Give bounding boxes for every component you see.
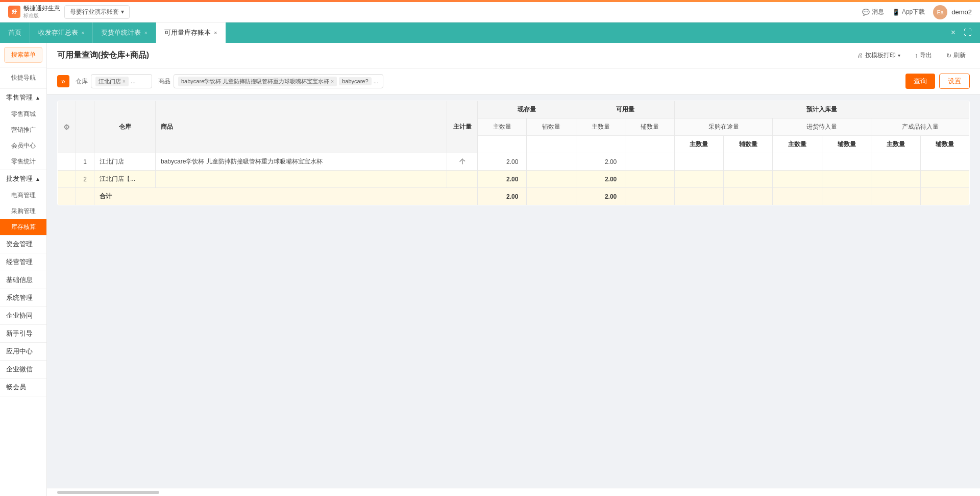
th-avail-aux: 辅数量 — [625, 119, 674, 136]
td-warehouse-1: 江北门店 — [94, 153, 156, 171]
td-footer-pt-main — [674, 188, 723, 205]
refresh-button[interactable]: ↻ 刷新 — [942, 49, 970, 62]
sidebar-wholesale-chevron: ▲ — [35, 176, 40, 182]
sidebar-section-enterprise: 企业协同 — [0, 307, 46, 325]
tab-collect-summary-close[interactable]: × — [81, 30, 84, 36]
bottom-scrollbar-area — [47, 488, 980, 496]
sidebar-item-ecommerce[interactable]: 电商管理 — [0, 187, 46, 203]
logo-area: 好 畅捷通好生意 标准版 — [8, 5, 60, 19]
th-available: 可用量 — [576, 101, 674, 119]
sidebar-item-inventory[interactable]: 库存核算 — [0, 219, 46, 235]
sidebar-item-purchase[interactable]: 采购管理 — [0, 203, 46, 219]
tab-order-stats[interactable]: 要货单统计表 × — [93, 22, 156, 43]
td-inc-aux-1 — [822, 153, 871, 171]
warehouse-more[interactable]: ... — [131, 78, 136, 85]
top-bar-left: 好 畅捷通好生意 标准版 母婴行业演示账套 ▾ — [8, 5, 130, 19]
top-bar: 好 畅捷通好生意 标准版 母婴行业演示账套 ▾ 💬 消息 📱 App下载 Ea … — [0, 2, 980, 22]
td-footer-label: 合计 — [94, 188, 478, 205]
tab-bar: 首页 收发存汇总表 × 要货单统计表 × 可用量库存账本 × × ⛶ — [0, 22, 980, 43]
sidebar-finance-header[interactable]: 资金管理 — [0, 235, 46, 253]
sidebar-item-retail-stats[interactable]: 零售统计 — [0, 154, 46, 170]
sidebar-operations-header[interactable]: 经营管理 — [0, 253, 46, 271]
sidebar-newbie-header[interactable]: 新手引导 — [0, 325, 46, 342]
user-area[interactable]: Ea demo2 — [933, 5, 972, 19]
app-download-action[interactable]: 📱 App下载 — [892, 8, 925, 16]
sidebar-item-quick-nav[interactable]: 快捷导航 — [0, 69, 46, 86]
td-pt-aux-2 — [724, 171, 773, 188]
filter-bar: » 仓库 江北门店 × ... 商品 babycare学饮杯 儿童防摔防撞吸管杯… — [47, 68, 980, 95]
tab-home[interactable]: 首页 — [0, 22, 30, 43]
filter-actions: 查询 设置 — [905, 74, 970, 89]
sidebar-item-member-center[interactable]: 会员中心 — [0, 138, 46, 154]
td-unit-2 — [447, 171, 478, 188]
tab-available-stock[interactable]: 可用量库存账本 × — [156, 22, 226, 43]
sidebar-vip-header[interactable]: 畅会员 — [0, 379, 46, 396]
td-footer-empty-2 — [76, 188, 94, 205]
warehouse-tag-text: 江北门店 — [99, 78, 121, 85]
tab-close-all[interactable]: × — [949, 26, 958, 39]
query-button[interactable]: 查询 — [905, 74, 935, 89]
th-finished: 产成品待入量 — [871, 119, 970, 136]
th-pt-main — [478, 136, 527, 153]
sidebar-system-label: 系统管理 — [6, 293, 33, 302]
td-goods-2 — [156, 171, 447, 188]
tab-order-stats-close[interactable]: × — [144, 30, 147, 36]
gear-icon[interactable]: ⚙ — [63, 123, 70, 131]
app-download-label: App下载 — [902, 8, 925, 16]
sidebar-search-button[interactable]: 搜索菜单 — [4, 47, 42, 63]
message-icon: 💬 — [862, 9, 870, 16]
sidebar-wechat-header[interactable]: 企业微信 — [0, 361, 46, 378]
td-footer-inc-aux — [822, 188, 871, 205]
sidebar-system-header[interactable]: 系统管理 — [0, 289, 46, 306]
td-unit-1: 个 — [447, 153, 478, 171]
page-title: 可用量查询(按仓库+商品) — [57, 50, 149, 61]
message-action[interactable]: 💬 消息 — [862, 8, 884, 16]
th-purchase-transit: 采购在途量 — [674, 119, 773, 136]
tab-collect-summary[interactable]: 收发存汇总表 × — [30, 22, 93, 43]
print-button[interactable]: 🖨 按模板打印 ▾ — [853, 49, 904, 62]
th-avail-main: 主数量 — [576, 119, 625, 136]
sidebar-section-vip: 畅会员 — [0, 379, 46, 396]
sidebar-app-center-header[interactable]: 应用中心 — [0, 343, 46, 360]
sidebar-item-retail-mall[interactable]: 零售商城 — [0, 106, 46, 122]
th-stock-main: 主数量 — [478, 119, 527, 136]
goods-tag-1-close[interactable]: × — [331, 79, 334, 84]
goods-more[interactable]: ... — [374, 78, 379, 85]
sidebar-section-operations: 经营管理 — [0, 253, 46, 271]
goods-input[interactable]: babycare学饮杯 儿童防摔防撞吸管杯重力球吸嘴杯宝宝水杯 × babyca… — [174, 74, 383, 88]
td-avail-main-2: 2.00 — [576, 171, 625, 188]
sidebar-section-retail: 零售管理 ▲ 零售商城 营销推广 会员中心 零售统计 — [0, 89, 46, 170]
th-stock-aux: 辅数量 — [527, 119, 576, 136]
td-pt-aux-1 — [724, 153, 773, 171]
sidebar-wholesale-header[interactable]: 批发管理 ▲ — [0, 170, 46, 187]
industry-select[interactable]: 母婴行业演示账套 ▾ — [64, 5, 130, 19]
sidebar-search: 搜索菜单 — [0, 43, 46, 67]
th-inc-main: 主数量 — [773, 136, 822, 153]
td-pt-main-1 — [674, 153, 723, 171]
sidebar-retail-label: 零售管理 — [6, 93, 33, 102]
tab-available-stock-close[interactable]: × — [214, 30, 217, 36]
warehouse-tag-close[interactable]: × — [122, 79, 126, 84]
th-estimated-inbound: 预计入库量 — [674, 101, 969, 119]
td-footer-fin-aux — [920, 188, 969, 205]
tab-bar-actions: × ⛶ — [949, 26, 980, 39]
th-purchtr-aux: 辅数量 — [724, 136, 773, 153]
setting-button[interactable]: 设置 — [939, 74, 970, 89]
export-button[interactable]: ↑ 导出 — [911, 49, 936, 62]
sidebar-retail-header[interactable]: 零售管理 ▲ — [0, 89, 46, 106]
th-unit: 主计量 — [447, 101, 478, 153]
sidebar-enterprise-header[interactable]: 企业协同 — [0, 307, 46, 324]
filter-expand-button[interactable]: » — [57, 75, 69, 87]
horizontal-scrollbar[interactable] — [57, 491, 159, 494]
warehouse-input[interactable]: 江北门店 × ... — [91, 74, 152, 88]
td-fin-aux-2 — [920, 171, 969, 188]
td-footer-avail-aux — [625, 188, 674, 205]
sidebar-basic-info-header[interactable]: 基础信息 — [0, 271, 46, 289]
page-header: 可用量查询(按仓库+商品) 🖨 按模板打印 ▾ ↑ 导出 ↻ 刷新 — [47, 43, 980, 68]
tab-maximize[interactable]: ⛶ — [962, 26, 974, 39]
goods-tag-1-text: babycare学饮杯 儿童防摔防撞吸管杯重力球吸嘴杯宝宝水杯 — [181, 78, 329, 85]
sidebar-item-retail-promo[interactable]: 营销推广 — [0, 122, 46, 138]
table-row: 2 江北门店【... 2.00 2.00 — [58, 171, 970, 188]
logo-text: 畅捷通好生意 — [23, 5, 60, 12]
avatar-text: Ea — [937, 9, 944, 15]
